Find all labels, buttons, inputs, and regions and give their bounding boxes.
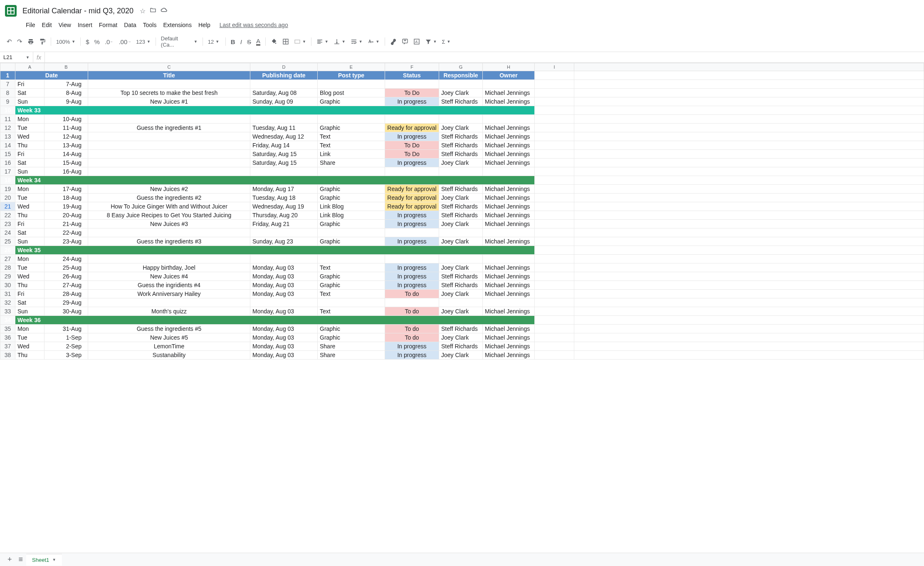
cell[interactable]: 15-Aug: [44, 159, 88, 167]
cell[interactable]: Steff Richards: [439, 141, 483, 150]
cell[interactable]: [574, 351, 924, 360]
cell[interactable]: 20-Aug: [44, 211, 88, 220]
paint-format-icon[interactable]: [37, 36, 48, 47]
row-header[interactable]: 33: [0, 307, 15, 316]
cell[interactable]: [88, 167, 250, 176]
cell[interactable]: Status: [385, 71, 439, 80]
filter-dropdown[interactable]: ▼: [422, 37, 440, 46]
table-row[interactable]: 9Sun9-AugNew Juices #1Sunday, Aug 09Grap…: [0, 97, 924, 106]
row-header[interactable]: 21: [0, 202, 15, 211]
row-header[interactable]: 26: [0, 246, 15, 255]
week-cell[interactable]: Week 34: [15, 176, 535, 185]
cell[interactable]: Sustanability: [88, 351, 250, 360]
cell[interactable]: [535, 194, 574, 202]
cell[interactable]: [318, 80, 385, 89]
cell[interactable]: 19-Aug: [44, 202, 88, 211]
cell[interactable]: [535, 167, 574, 176]
cell[interactable]: [574, 333, 924, 342]
row-header[interactable]: 11: [0, 115, 15, 124]
table-row[interactable]: 14Thu13-AugFriday, Aug 14TextTo DoSteff …: [0, 141, 924, 150]
cell[interactable]: Text: [318, 290, 385, 298]
cell[interactable]: Michael Jennings: [483, 342, 535, 351]
cell[interactable]: In progress: [385, 351, 439, 360]
row-header[interactable]: 17: [0, 167, 15, 176]
cell[interactable]: [385, 115, 439, 124]
cell[interactable]: Thursday, Aug 20: [250, 211, 318, 220]
cell[interactable]: [574, 141, 924, 150]
table-row[interactable]: 30Thu27-AugGuess the ingridients #4Monda…: [0, 281, 924, 290]
cell[interactable]: 13-Aug: [44, 141, 88, 150]
table-row[interactable]: 21Wed19-AugHow To Juice Ginger With and …: [0, 202, 924, 211]
row-header[interactable]: 37: [0, 342, 15, 351]
text-color-icon[interactable]: A: [254, 36, 263, 47]
table-row[interactable]: 22Thu20-Aug8 Easy Juice Recipes to Get Y…: [0, 211, 924, 220]
row-header[interactable]: 15: [0, 150, 15, 159]
cell[interactable]: [574, 80, 924, 89]
week-cell[interactable]: Week 36: [15, 316, 535, 325]
cell[interactable]: To Do: [385, 89, 439, 97]
row-header[interactable]: 7: [0, 80, 15, 89]
cell[interactable]: In progress: [385, 132, 439, 141]
row-header[interactable]: 24: [0, 228, 15, 237]
cell[interactable]: In progress: [385, 159, 439, 167]
cell[interactable]: [88, 298, 250, 307]
cell[interactable]: [574, 246, 924, 255]
cell[interactable]: Thu: [15, 211, 44, 220]
cell[interactable]: Joey Clark: [439, 89, 483, 97]
cell[interactable]: [574, 255, 924, 263]
cell[interactable]: Monday, Aug 03: [250, 272, 318, 281]
cell[interactable]: [535, 333, 574, 342]
table-row[interactable]: 29Wed26-AugNew Juices #4Monday, Aug 03Gr…: [0, 272, 924, 281]
insert-comment-icon[interactable]: [399, 36, 411, 47]
cell[interactable]: Steff Richards: [439, 281, 483, 290]
cell[interactable]: Sunday, Aug 09: [250, 97, 318, 106]
cell[interactable]: 31-Aug: [44, 325, 88, 333]
cell[interactable]: Monday, Aug 03: [250, 333, 318, 342]
cell[interactable]: [439, 80, 483, 89]
cell[interactable]: [88, 141, 250, 150]
cell[interactable]: [535, 263, 574, 272]
col-header-C[interactable]: C: [88, 63, 250, 71]
column-headers[interactable]: A B C D E F G H I: [0, 63, 924, 71]
cell[interactable]: Graphic: [318, 237, 385, 246]
cell[interactable]: Saturday, Aug 15: [250, 159, 318, 167]
cell[interactable]: In progress: [385, 237, 439, 246]
cell[interactable]: Month's quizz: [88, 307, 250, 316]
cloud-status-icon[interactable]: [161, 7, 168, 15]
cell[interactable]: [535, 298, 574, 307]
cell[interactable]: 26-Aug: [44, 272, 88, 281]
cell[interactable]: 27-Aug: [44, 281, 88, 290]
cell[interactable]: Tue: [15, 263, 44, 272]
table-row[interactable]: 25Sun23-AugGuess the ingredients #3Sunda…: [0, 237, 924, 246]
menu-insert[interactable]: Insert: [74, 20, 96, 30]
cell[interactable]: Michael Jennings: [483, 272, 535, 281]
cell[interactable]: Date: [15, 71, 88, 80]
cell[interactable]: 21-Aug: [44, 220, 88, 228]
cell[interactable]: Tuesday, Aug 11: [250, 124, 318, 132]
cell[interactable]: Share: [318, 351, 385, 360]
cell[interactable]: [535, 255, 574, 263]
cell[interactable]: Michael Jennings: [483, 141, 535, 150]
cell[interactable]: [318, 115, 385, 124]
table-row[interactable]: 33Sun30-AugMonth's quizzMonday, Aug 03Te…: [0, 307, 924, 316]
cell[interactable]: 14-Aug: [44, 150, 88, 159]
table-row[interactable]: 24Sat22-Aug: [0, 228, 924, 237]
cell[interactable]: Joey Clark: [439, 237, 483, 246]
cell[interactable]: Joey Clark: [439, 220, 483, 228]
cell[interactable]: Top 10 secrets to make the best fresh: [88, 89, 250, 97]
table-row[interactable]: 17Sun16-Aug: [0, 167, 924, 176]
document-title[interactable]: Editorial Calendar - mid Q3, 2020: [22, 7, 133, 15]
cell[interactable]: [574, 150, 924, 159]
cell[interactable]: [88, 159, 250, 167]
cell[interactable]: Joey Clark: [439, 263, 483, 272]
row-header[interactable]: 38: [0, 351, 15, 360]
table-row[interactable]: 7Fri7-Aug: [0, 80, 924, 89]
format-number-dropdown[interactable]: 123▼: [133, 37, 153, 46]
cell[interactable]: Fri: [15, 290, 44, 298]
cell[interactable]: [88, 255, 250, 263]
cell[interactable]: 3-Sep: [44, 351, 88, 360]
col-header-F[interactable]: F: [385, 63, 439, 71]
cell[interactable]: Thu: [15, 281, 44, 290]
cell[interactable]: Link Blog: [318, 202, 385, 211]
cell[interactable]: Graphic: [318, 325, 385, 333]
